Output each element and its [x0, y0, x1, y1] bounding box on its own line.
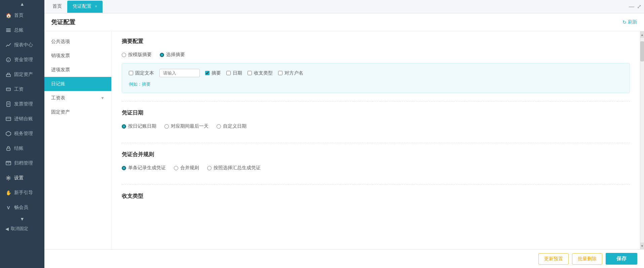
left-nav-journal[interactable]: 日记账 — [44, 77, 111, 91]
merge-radio-rule[interactable]: 合并规则 — [174, 165, 199, 171]
sidebar-item-ledger[interactable]: 总账 — [0, 23, 44, 38]
batch-delete-btn[interactable]: 批量删除 — [572, 253, 602, 265]
merge-radio-selection[interactable]: 按照选择汇总生成凭证 — [207, 165, 261, 171]
tab-close-icon[interactable]: × — [95, 4, 97, 9]
scroll-thumb-area — [640, 38, 644, 242]
checkbox-income-type[interactable]: 收支类型 — [248, 70, 273, 76]
invoice-icon — [5, 101, 11, 107]
outer-scrollbar[interactable]: ▲ ▼ — [640, 31, 644, 249]
date-section: 凭证日期 按日记账日期 对应期间最后一天 自定义日期 — [122, 109, 630, 143]
checkbox-summary[interactable]: 摘要 — [205, 70, 221, 76]
sidebar-item-archive[interactable]: 归档管理 — [0, 156, 44, 171]
vip-icon: V — [5, 205, 11, 211]
tab-voucher-config[interactable]: 凭证配置 × — [67, 1, 103, 13]
update-preset-btn[interactable]: 更新预置 — [538, 253, 569, 265]
sidebar-item-vip[interactable]: V 畅会员 — [0, 200, 44, 215]
sidebar-item-settings[interactable]: 设置 — [0, 171, 44, 185]
checkbox-date-input[interactable] — [226, 71, 231, 75]
sidebar-item-guide[interactable]: ✋ 新手引导 — [0, 185, 44, 200]
svg-rect-5 — [6, 75, 10, 77]
checkbox-income-type-input[interactable] — [248, 71, 252, 75]
merge-section: 凭证合并规则 单条记录生成凭证 合并规则 按照选择汇总生成凭证 — [122, 151, 630, 185]
date-radio-journal[interactable]: 按日记账日期 — [122, 123, 156, 129]
sidebar-item-fund[interactable]: ¥ 资金管理 — [0, 52, 44, 67]
page-title: 凭证配置 — [51, 18, 75, 26]
tab-home[interactable]: 首页 — [47, 1, 67, 13]
svg-rect-14 — [7, 148, 10, 150]
cancel-pin-btn[interactable]: ◀ 取消固定 — [0, 223, 44, 234]
checkbox-counterpart[interactable]: 对方户名 — [278, 70, 303, 76]
trade-icon — [5, 116, 11, 122]
guide-icon: ✋ — [5, 190, 11, 196]
scroll-handle[interactable] — [640, 41, 644, 61]
main-area: 首页 凭证配置 × — ⤢ 凭证配置 ↻ 刷新 公共选项 销项发票 — [44, 0, 644, 268]
left-nav-sales[interactable]: 销项发票 — [44, 49, 111, 63]
sidebar-item-close[interactable]: 结账 — [0, 141, 44, 156]
svg-rect-11 — [6, 117, 11, 121]
checkbox-counterpart-input[interactable] — [278, 71, 282, 75]
summary-radio-template[interactable]: 按模版摘要 — [122, 52, 152, 58]
left-nav-purchase[interactable]: 进项发票 — [44, 63, 111, 77]
merge-title: 凭证合并规则 — [122, 151, 630, 158]
scroll-down-btn[interactable]: ▼ — [640, 242, 644, 249]
summary-example: 例如：摘要 — [129, 81, 623, 87]
tab-bar: 首页 凭证配置 × — ⤢ — [44, 0, 644, 13]
checkbox-summary-input[interactable] — [205, 71, 210, 75]
summary-section: 摘要配置 按模版摘要 选择摘要 — [122, 38, 630, 101]
radio-period-last-input[interactable] — [164, 124, 169, 129]
fixed-text-input[interactable] — [159, 69, 200, 77]
radio-custom-date-input[interactable] — [217, 124, 221, 129]
sidebar: ▲ 🏠 首页 总账 报表中心 ¥ 资金管理 固定资产 工资 — [0, 0, 44, 268]
sidebar-item-home[interactable]: 🏠 首页 — [0, 8, 44, 23]
radio-journal-date-input[interactable] — [122, 124, 126, 129]
summary-title: 摘要配置 — [122, 38, 630, 45]
lock-icon — [5, 145, 11, 151]
settings-icon — [5, 175, 11, 181]
radio-select-input[interactable] — [160, 53, 164, 57]
merge-radio-single[interactable]: 单条记录生成凭证 — [122, 165, 166, 171]
sidebar-scroll-up[interactable]: ▲ — [0, 0, 44, 8]
checkbox-fixed-text-input[interactable] — [129, 71, 133, 75]
salary-icon — [5, 86, 11, 92]
svg-point-18 — [8, 177, 9, 179]
scroll-up-btn[interactable]: ▲ — [640, 31, 644, 38]
summary-radio-select[interactable]: 选择摘要 — [160, 52, 185, 58]
refresh-btn[interactable]: ↻ 刷新 — [622, 19, 637, 25]
sidebar-item-trade[interactable]: 进销台账 — [0, 111, 44, 126]
left-nav-public[interactable]: 公共选项 — [44, 35, 111, 49]
date-radio-group: 按日记账日期 对应期间最后一天 自定义日期 — [122, 123, 630, 129]
svg-rect-8 — [7, 102, 10, 106]
svg-marker-13 — [6, 131, 11, 136]
left-nav-fixed-assets[interactable]: 固定资产 — [44, 105, 111, 119]
tab-minimize-btn[interactable]: — — [629, 3, 634, 10]
tab-actions: — ⤢ — [629, 3, 641, 10]
assets-icon — [5, 72, 11, 78]
date-radio-custom[interactable]: 自定义日期 — [217, 123, 247, 129]
home-icon: 🏠 — [5, 12, 11, 18]
save-btn[interactable]: 保存 — [606, 253, 637, 265]
sidebar-item-report[interactable]: 报表中心 — [0, 38, 44, 52]
left-nav: 公共选项 销项发票 进项发票 日记账 工资表 ▼ 固定资产 — [44, 31, 112, 249]
date-radio-period[interactable]: 对应期间最后一天 — [164, 123, 209, 129]
sidebar-item-salary[interactable]: 工资 — [0, 82, 44, 97]
sidebar-scroll-down[interactable]: ▼ — [0, 215, 44, 223]
sidebar-item-tax[interactable]: 税务管理 — [0, 126, 44, 141]
summary-checkbox-row: 固定文本 摘要 日期 — [129, 69, 623, 77]
radio-single-input[interactable] — [122, 166, 126, 170]
sidebar-item-assets[interactable]: 固定资产 — [0, 67, 44, 82]
checkbox-date[interactable]: 日期 — [226, 70, 242, 76]
radio-template-input[interactable] — [122, 53, 126, 57]
bottom-bar: 更新预置 批量删除 保存 — [44, 249, 644, 268]
archive-icon — [5, 160, 11, 166]
tab-maximize-btn[interactable]: ⤢ — [637, 3, 641, 10]
merge-radio-group: 单条记录生成凭证 合并规则 按照选择汇总生成凭证 — [122, 165, 630, 171]
radio-merge-rule-input[interactable] — [174, 166, 178, 170]
sidebar-item-invoice[interactable]: 发票管理 — [0, 97, 44, 111]
refresh-icon: ↻ — [622, 19, 627, 25]
left-nav-payroll[interactable]: 工资表 ▼ — [44, 91, 111, 105]
radio-by-selection-input[interactable] — [207, 166, 212, 170]
svg-text:¥: ¥ — [7, 59, 9, 62]
checkbox-fixed-text[interactable]: 固定文本 — [129, 70, 154, 76]
summary-radio-group: 按模版摘要 选择摘要 — [122, 52, 630, 58]
tax-icon — [5, 131, 11, 137]
